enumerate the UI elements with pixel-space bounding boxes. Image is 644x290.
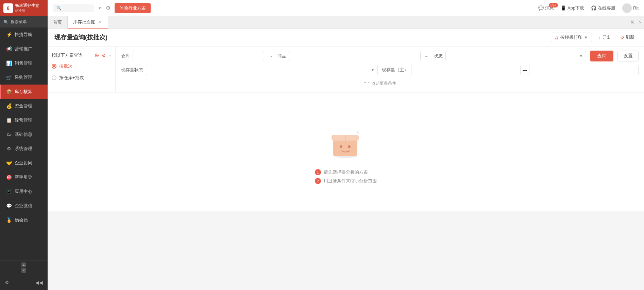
nav-icon-purchase: 🛒	[6, 75, 12, 80]
topbar-chevron-icon[interactable]: ▼	[98, 6, 102, 10]
username-label: Rit	[633, 5, 639, 11]
panel-close-btn[interactable]: ✕	[626, 19, 639, 25]
main-filter: 仓库 ··· 商品 ··· 状态 ▼	[116, 47, 644, 92]
sidebar-item-member[interactable]: 🏅 畅会员	[0, 213, 48, 227]
product-more-icon[interactable]: ···	[423, 52, 430, 60]
sidebar-item-shortcut[interactable]: ⚡ 快捷导航	[0, 28, 48, 42]
tip-num-1: 1	[315, 169, 321, 175]
query-btn[interactable]: 查询	[590, 51, 613, 61]
user-menu[interactable]: Rit	[622, 3, 639, 13]
app-logo: 6	[3, 3, 13, 13]
filter-row-2: 现存量状态 ▼ 现存量（主） —	[121, 65, 639, 75]
sidebar-item-purchase[interactable]: 🛒 采购管理	[0, 70, 48, 85]
print-icon: 🖨	[555, 35, 559, 40]
tip-text-2: 用过滤条件来缩小分析范围	[324, 178, 377, 184]
sidebar-item-wechat[interactable]: 💬 企业微信	[0, 199, 48, 213]
refresh-icon: ↺	[621, 35, 624, 40]
product-input[interactable]	[289, 51, 421, 61]
main-area: 🔍 ▼ ⚙ 体验行业方案 💬 消息 99+ 📱 App下载 🎧 在线客服 Rit	[48, 0, 644, 290]
sidebar-item-guide[interactable]: 🎯 新手引导	[0, 170, 48, 184]
sidebar-item-sales[interactable]: 📊 销售管理	[0, 56, 48, 70]
stock-qty-min-input[interactable]	[411, 65, 521, 75]
sidebar-item-operation[interactable]: 📋 经营管理	[0, 113, 48, 127]
online-service-btn[interactable]: 🎧 在线客服	[591, 5, 615, 11]
nav-label-wechat: 企业微信	[15, 203, 32, 209]
filter-sidebar-header: 按以下方案查询 ⊕ ⚙ «	[48, 50, 115, 60]
message-icon: 💬	[538, 5, 544, 11]
filter-option-batch[interactable]: 按批次	[48, 60, 115, 72]
stock-qty-range: —	[411, 65, 639, 75]
stock-qty-max-input[interactable]	[529, 65, 639, 75]
filter-collapse-icon[interactable]: «	[109, 53, 111, 58]
tab-batch-label: 库存批次账	[73, 19, 95, 25]
status-select-arrow: ▼	[579, 54, 583, 58]
sidebar-nav: ⚡ 快捷导航 📢 营销推广 📊 销售管理 🛒 采购管理 📦 库存核算 💰 资金管…	[0, 28, 48, 260]
sidebar-search[interactable]: 🔍 搜索菜单	[0, 16, 48, 28]
nav-icon-system: ⚙	[6, 146, 12, 151]
nav-icon-collab: 🤝	[6, 160, 12, 166]
empty-tips: 1 请先选择要分析的方案 2 用过滤条件来缩小分析范围	[315, 169, 377, 184]
collapse-more-btn[interactable]: ⌃⌃ 收起更多条件	[121, 78, 639, 88]
tab-home[interactable]: 首页	[48, 16, 68, 29]
phone-icon: 📱	[561, 5, 566, 11]
warehouse-more-icon[interactable]: ···	[267, 52, 273, 60]
sidebar-item-inventory[interactable]: 📦 库存核算	[0, 85, 48, 99]
message-btn[interactable]: 💬 消息 99+	[538, 5, 554, 11]
nav-icon-apps: 📱	[6, 189, 12, 194]
settings-btn[interactable]: 设置	[617, 51, 639, 61]
warehouse-input[interactable]	[133, 51, 264, 61]
stock-status-select[interactable]: ▼	[146, 65, 378, 75]
topbar-right: 💬 消息 99+ 📱 App下载 🎧 在线客服 Rit	[538, 3, 639, 13]
sidebar-item-system[interactable]: ⚙ 系统管理	[0, 142, 48, 156]
svg-text:✦: ✦	[356, 130, 359, 135]
settings-footer-icon[interactable]: ⚙	[3, 278, 11, 287]
nav-label-finance: 资金管理	[15, 103, 32, 109]
sidebar-item-collab[interactable]: 🤝 企业协同	[0, 156, 48, 170]
service-icon: 🎧	[591, 5, 596, 11]
scroll-up-btn[interactable]: ▲	[21, 262, 26, 267]
nav-icon-operation: 📋	[6, 117, 12, 123]
print-dropdown-icon[interactable]: ▼	[584, 35, 588, 40]
collapse-sidebar-btn[interactable]: ◀◀	[34, 278, 44, 287]
online-service-label: 在线客服	[598, 5, 615, 11]
svg-rect-1	[333, 139, 357, 156]
stock-status-filter-group: 现存量状态 ▼	[121, 65, 378, 75]
tabbar: 首页 库存批次账 ✕ ✕ >	[48, 16, 644, 29]
sidebar-item-apps[interactable]: 📱 应用中心	[0, 184, 48, 199]
panel-expand-btn[interactable]: >	[639, 20, 641, 25]
sidebar-item-finance[interactable]: 💰 资金管理	[0, 99, 48, 113]
nav-icon-base: 🗂	[6, 132, 12, 137]
nav-icon-sales: 📊	[6, 60, 12, 66]
status-select[interactable]: ▼	[445, 51, 586, 61]
filter-settings-icon[interactable]: ⚙	[102, 53, 106, 58]
print-btn[interactable]: 🖨 按模板打印 ▼	[551, 33, 592, 42]
warehouse-filter-group: 仓库 ···	[121, 51, 273, 61]
sidebar-item-base[interactable]: 🗂 基础信息	[0, 127, 48, 142]
topbar: 🔍 ▼ ⚙ 体验行业方案 💬 消息 99+ 📱 App下载 🎧 在线客服 Rit	[48, 0, 644, 16]
app-download-label: App下载	[567, 5, 584, 11]
nav-label-member: 畅会员	[15, 217, 28, 223]
empty-state: ✦ ✦ • 1 请先选择要分析的方案 2 用过滤条件来缩小分析范围	[48, 93, 644, 211]
export-icon: ↑	[599, 35, 601, 40]
export-btn[interactable]: ↑ 导出	[596, 33, 614, 42]
tip-num-2: 2	[315, 178, 321, 184]
page-title: 现存量查询(按批次)	[54, 33, 107, 41]
warehouse-label: 仓库	[121, 53, 130, 59]
experience-btn[interactable]: 体验行业方案	[115, 3, 151, 13]
sidebar: 6 畅康通好生意 标准版 🔍 搜索菜单 ⚡ 快捷导航 📢 营销推广 📊 销售管理…	[0, 0, 48, 290]
scroll-down-btn[interactable]: ▼	[21, 268, 26, 273]
filter-option-warehouse-batch[interactable]: 按仓库+批次	[48, 72, 115, 84]
sidebar-item-marketing[interactable]: 📢 营销推广	[0, 42, 48, 56]
add-filter-icon[interactable]: ⊕	[95, 52, 99, 58]
tab-batch[interactable]: 库存批次账 ✕	[68, 16, 108, 29]
tab-home-label: 首页	[53, 19, 62, 25]
refresh-btn[interactable]: ↺ 刷新	[618, 33, 637, 42]
nav-icon-finance: 💰	[6, 103, 12, 109]
tab-close-btn[interactable]: ✕	[97, 19, 102, 24]
topbar-search-box[interactable]: 🔍	[53, 4, 94, 12]
sidebar-header: 6 畅康通好生意 标准版	[0, 0, 48, 16]
refresh-label: 刷新	[626, 34, 634, 40]
radio-batch	[52, 64, 56, 69]
topbar-settings-icon[interactable]: ⚙	[106, 5, 111, 11]
app-download-btn[interactable]: 📱 App下载	[561, 5, 584, 11]
